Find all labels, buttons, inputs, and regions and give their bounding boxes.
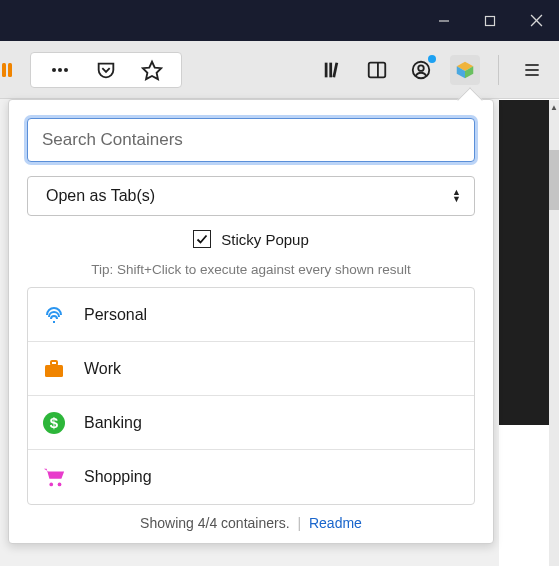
svg-rect-12: [332, 62, 338, 77]
container-item-work[interactable]: Work: [28, 342, 474, 396]
open-mode-select-label: Open as Tab(s): [46, 187, 155, 205]
container-item-label: Personal: [84, 306, 147, 324]
svg-point-27: [49, 483, 53, 487]
tip-text: Tip: Shift+Click to execute against ever…: [9, 262, 493, 277]
container-list: Personal Work $ Banking Shopping: [27, 287, 475, 505]
svg-text:$: $: [50, 414, 59, 431]
window-close-button[interactable]: [513, 0, 559, 41]
container-item-label: Banking: [84, 414, 142, 432]
page-content-dark-region: [499, 100, 551, 425]
svg-point-6: [52, 68, 56, 72]
container-item-shopping[interactable]: Shopping: [28, 450, 474, 504]
pocket-icon[interactable]: [91, 55, 121, 85]
fingerprint-icon: [42, 303, 66, 327]
briefcase-icon: [42, 357, 66, 381]
popup-footer: Showing 4/4 containers. | Readme: [9, 515, 493, 531]
scrollbar-thumb[interactable]: [549, 150, 559, 210]
container-item-personal[interactable]: Personal: [28, 288, 474, 342]
window-minimize-button[interactable]: [421, 0, 467, 41]
more-actions-icon[interactable]: [45, 55, 75, 85]
svg-point-28: [58, 483, 62, 487]
cart-icon: [42, 465, 66, 489]
svg-point-16: [418, 65, 424, 71]
window-maximize-button[interactable]: [467, 0, 513, 41]
svg-rect-4: [2, 63, 6, 77]
dollar-icon: $: [42, 411, 66, 435]
toolbar-separator: [498, 55, 499, 85]
container-item-label: Work: [84, 360, 121, 378]
page-actions-group: [30, 52, 182, 88]
svg-rect-10: [325, 62, 328, 77]
container-item-banking[interactable]: $ Banking: [28, 396, 474, 450]
browser-toolbar: [0, 41, 559, 99]
tab-container-indicator-icon: [2, 60, 20, 80]
library-icon[interactable]: [318, 55, 348, 85]
bookmark-star-icon[interactable]: [137, 55, 167, 85]
sidebar-panel-icon[interactable]: [362, 55, 392, 85]
sticky-popup-label: Sticky Popup: [221, 231, 309, 248]
footer-status-text: Showing 4/4 containers.: [140, 515, 289, 531]
notification-dot-icon: [428, 55, 436, 63]
select-arrows-icon: ▲▼: [452, 189, 461, 203]
svg-rect-1: [486, 16, 495, 25]
containers-popup: Open as Tab(s) ▲▼ Sticky Popup Tip: Shif…: [8, 99, 494, 544]
open-mode-select[interactable]: Open as Tab(s): [27, 176, 475, 216]
containerise-extension-button[interactable]: [450, 55, 480, 85]
hamburger-menu-icon[interactable]: [517, 55, 547, 85]
window-titlebar: [0, 0, 559, 41]
svg-rect-11: [329, 62, 332, 77]
svg-rect-24: [51, 361, 57, 365]
footer-separator: |: [297, 515, 301, 531]
search-containers-input[interactable]: [27, 118, 475, 162]
svg-marker-9: [143, 61, 161, 78]
svg-rect-5: [8, 63, 12, 77]
scrollbar-up-arrow-icon[interactable]: ▲: [549, 100, 559, 114]
container-item-label: Shopping: [84, 468, 152, 486]
svg-rect-23: [45, 365, 63, 377]
sticky-popup-checkbox[interactable]: [193, 230, 211, 248]
svg-point-7: [58, 68, 62, 72]
svg-point-8: [64, 68, 68, 72]
readme-link[interactable]: Readme: [309, 515, 362, 531]
account-icon[interactable]: [406, 55, 436, 85]
